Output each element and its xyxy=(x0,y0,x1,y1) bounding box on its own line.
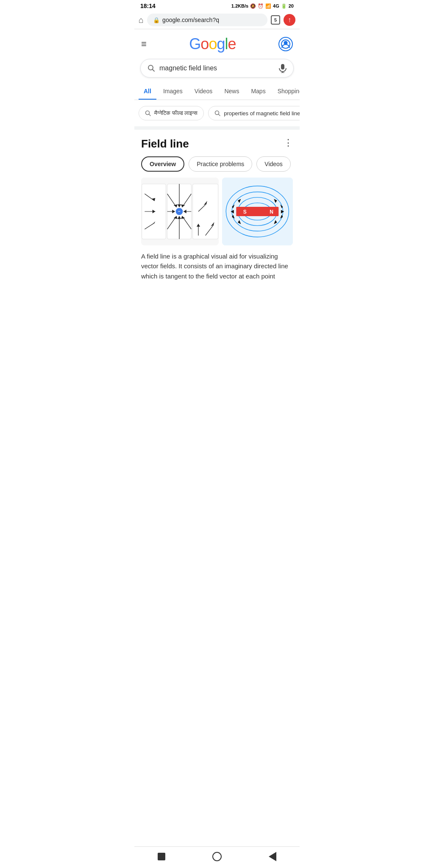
svg-line-10 xyxy=(218,114,220,116)
svg-marker-62 xyxy=(238,220,241,224)
url-text: google.com/search?q xyxy=(162,17,219,23)
alarm-icon: ⏰ xyxy=(258,3,264,9)
kp-subtabs: Overview Practice problems Videos xyxy=(141,156,293,172)
tab-count[interactable]: 5 xyxy=(271,15,280,25)
svg-marker-58 xyxy=(238,199,241,203)
svg-marker-55 xyxy=(281,210,284,213)
status-bar: 18:14 1.2KB/s 🔕 ⏰ 📶 4G 🔋 20 xyxy=(134,0,300,11)
logo-g2: g xyxy=(217,35,225,53)
mute-icon: 🔕 xyxy=(250,3,256,9)
search-bar[interactable]: magnetic field lines xyxy=(140,59,294,78)
tab-videos[interactable]: Videos xyxy=(189,83,218,100)
search-icon xyxy=(147,64,155,72)
tab-shopping[interactable]: Shopping xyxy=(273,83,300,100)
search-query: magnetic field lines xyxy=(159,64,275,72)
kp-images: − xyxy=(141,178,293,245)
hamburger-menu[interactable]: ≡ xyxy=(141,39,147,50)
subtab-practice[interactable]: Practice problems xyxy=(189,156,252,172)
chip-properties[interactable]: properties of magnetic field lines xyxy=(208,106,300,120)
chip-search-icon-1 xyxy=(145,110,151,116)
logo-o2: o xyxy=(209,35,217,53)
svg-marker-53 xyxy=(274,199,277,203)
suggestion-chips: मैग्नेटिक फील्ड लाइन्स properties of mag… xyxy=(134,100,300,126)
svg-marker-57 xyxy=(274,220,277,224)
kp-description: A field line is a graphical visual aid f… xyxy=(141,251,293,285)
chip-hindi[interactable]: मैग्नेटिक फील्ड लाइन्स xyxy=(139,106,204,120)
svg-text:−: − xyxy=(178,209,181,214)
svg-line-8 xyxy=(149,114,150,116)
google-logo: Google xyxy=(189,35,236,53)
subtab-overview[interactable]: Overview xyxy=(141,156,184,172)
url-bar[interactable]: 🔒 google.com/search?q xyxy=(147,14,267,26)
tab-all[interactable]: All xyxy=(139,83,156,100)
battery-level: 20 xyxy=(289,3,294,8)
kp-more-button[interactable]: ⋮ xyxy=(284,137,293,148)
svg-marker-60 xyxy=(231,210,234,213)
network-speed: 1.2KB/s xyxy=(231,3,248,8)
field-line-diagram-right[interactable]: S N xyxy=(222,178,293,245)
logo-g: G xyxy=(189,35,200,53)
network-type: 4G xyxy=(273,3,279,8)
svg-text:N: N xyxy=(270,209,274,215)
svg-text:S: S xyxy=(243,209,247,215)
browser-bar: ⌂ 🔒 google.com/search?q 5 ↑ xyxy=(134,11,300,29)
search-bar-wrap: magnetic field lines xyxy=(134,57,300,83)
update-button[interactable]: ↑ xyxy=(284,14,295,26)
status-icons: 1.2KB/s 🔕 ⏰ 📶 4G 🔋 20 xyxy=(231,3,294,9)
kp-description-text: A field line is a graphical visual aid f… xyxy=(141,253,288,280)
subtab-videos[interactable]: Videos xyxy=(256,156,291,172)
search-tabs: All Images Videos News Maps Shopping xyxy=(134,83,300,100)
battery-icon: 🔋 xyxy=(281,3,287,9)
chip-label-properties: properties of magnetic field lines xyxy=(224,110,300,117)
google-header: ≡ Google xyxy=(134,29,300,57)
kp-header: Field line ⋮ xyxy=(141,137,293,150)
svg-rect-39 xyxy=(193,184,218,239)
chip-label-hindi: मैग्नेटिक फील्ड लाइन्स xyxy=(154,110,198,117)
tab-images[interactable]: Images xyxy=(158,83,188,100)
tab-news[interactable]: News xyxy=(219,83,244,100)
lock-icon: 🔒 xyxy=(153,17,160,23)
tab-maps[interactable]: Maps xyxy=(246,83,270,100)
svg-line-3 xyxy=(153,70,155,72)
logo-o1: o xyxy=(200,35,209,53)
signal-icon: 📶 xyxy=(265,3,271,9)
logo-e: e xyxy=(228,35,236,53)
svg-rect-4 xyxy=(281,64,284,70)
kp-title: Field line xyxy=(141,137,189,150)
home-button[interactable]: ⌂ xyxy=(139,15,144,25)
knowledge-panel: Field line ⋮ Overview Practice problems … xyxy=(134,130,300,289)
mic-icon[interactable] xyxy=(279,64,287,73)
user-avatar[interactable] xyxy=(278,37,293,51)
field-line-diagram-left[interactable]: − xyxy=(141,178,219,245)
chip-search-icon-2 xyxy=(214,110,220,116)
section-divider xyxy=(134,126,300,130)
status-time: 18:14 xyxy=(140,3,156,9)
